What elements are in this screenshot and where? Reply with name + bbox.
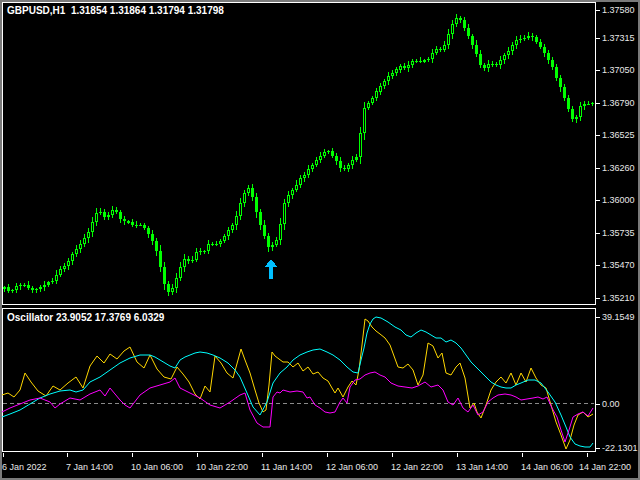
candle-wick xyxy=(4,286,5,292)
candle-body xyxy=(107,215,110,217)
candle-body xyxy=(27,285,30,288)
candle-body xyxy=(535,37,538,41)
candle-body-core xyxy=(408,66,409,68)
candle-body xyxy=(587,104,590,105)
candle-body xyxy=(571,109,574,119)
price-axis-label: 1.36260 xyxy=(602,163,635,173)
candle-body xyxy=(339,161,342,168)
candle-body xyxy=(415,61,418,62)
candle-body-core xyxy=(288,196,289,202)
candle-body xyxy=(423,60,426,61)
candle-body xyxy=(471,36,474,44)
candle-body-core xyxy=(400,67,401,69)
time-axis-label: 7 Jan 14:00 xyxy=(66,462,113,472)
candle-body xyxy=(527,36,530,38)
candle-body xyxy=(7,287,10,290)
candle-body xyxy=(263,225,266,236)
candle-body-core xyxy=(112,211,113,214)
candle-body-core xyxy=(220,242,221,243)
candle-body xyxy=(459,18,462,21)
candle-body-core xyxy=(516,41,517,44)
candle-body-core xyxy=(432,54,433,58)
candle-body-core xyxy=(444,46,445,49)
candle-wick xyxy=(136,221,137,227)
candle-body xyxy=(555,67,558,78)
candle-body xyxy=(439,49,442,50)
candle-body-core xyxy=(292,191,293,194)
candle-wick xyxy=(192,256,193,263)
candle-body-core xyxy=(372,99,373,103)
candle-body xyxy=(3,287,6,288)
candle-body-core xyxy=(384,82,385,85)
candle-body xyxy=(187,259,190,261)
candle-body-core xyxy=(316,161,317,164)
candle-body-core xyxy=(80,245,81,247)
candle-body-core xyxy=(448,35,449,44)
candle-body xyxy=(23,285,26,286)
candle-body-core xyxy=(88,233,89,237)
candle-body xyxy=(547,53,550,60)
price-axis-label: 1.35470 xyxy=(602,260,635,270)
candle-body xyxy=(151,234,154,241)
candle-body-core xyxy=(304,176,305,178)
candle-body-core xyxy=(196,253,197,258)
candle-body-core xyxy=(208,245,209,250)
candle-body-core xyxy=(284,204,285,223)
candle-body-core xyxy=(388,77,389,81)
candle-body xyxy=(203,251,206,252)
time-axis-label: 14 Jan 22:00 xyxy=(579,462,631,472)
time-axis-label: 14 Jan 06:00 xyxy=(521,462,573,472)
candle-wick xyxy=(344,165,345,171)
candle-body-core xyxy=(504,56,505,60)
candle-body xyxy=(271,245,274,247)
candle-body xyxy=(51,281,54,283)
candle-body-core xyxy=(320,157,321,159)
candle-wick xyxy=(36,288,37,293)
candle-body-core xyxy=(348,166,349,168)
candle-body xyxy=(327,151,330,152)
candle-body-core xyxy=(276,241,277,244)
candle-body-core xyxy=(584,105,585,106)
candle-body xyxy=(259,212,262,225)
candle-body-core xyxy=(436,50,437,52)
candle-body-core xyxy=(240,204,241,214)
oscillator-axis-label: -22.1301 xyxy=(602,443,638,453)
candle-body xyxy=(159,251,162,266)
price-axis-label: 1.35735 xyxy=(602,228,635,238)
candle-body xyxy=(123,219,126,221)
candle-body xyxy=(531,36,534,38)
candle-body xyxy=(343,168,346,169)
chart-window: GBPUSD,H1 1.31854 1.31864 1.31794 1.3179… xyxy=(0,0,640,480)
candle-body-core xyxy=(296,186,297,190)
candle-body xyxy=(491,64,494,65)
price-axis-label: 1.36000 xyxy=(602,195,635,205)
candle-body xyxy=(355,157,358,159)
candle-body xyxy=(11,290,14,291)
candle-body-core xyxy=(360,134,361,157)
candle-body-core xyxy=(500,61,501,64)
candle-body-core xyxy=(376,92,377,96)
candle-body xyxy=(47,282,50,284)
candle-body-core xyxy=(92,223,93,231)
candle-body-core xyxy=(508,52,509,54)
candle-body xyxy=(419,61,422,62)
oscillator-title: Oscillator 23.9052 17.3769 6.0329 xyxy=(7,312,165,323)
candle-body-core xyxy=(280,225,281,239)
price-axis-label: 1.36525 xyxy=(602,130,635,140)
candle-body xyxy=(495,64,498,66)
candle-body xyxy=(143,225,146,228)
candle-body-core xyxy=(180,268,181,277)
candle-body xyxy=(475,45,478,55)
candle-wick xyxy=(524,35,525,42)
candle-body-core xyxy=(300,179,301,183)
price-axis-label: 1.36790 xyxy=(602,98,635,108)
candle-body-core xyxy=(308,170,309,174)
candle-body-core xyxy=(228,231,229,235)
candle-body xyxy=(147,228,150,234)
oscillator-axis-label: 39.1549 xyxy=(602,312,635,322)
candle-body-core xyxy=(392,74,393,75)
price-axis-label: 1.35210 xyxy=(602,293,635,303)
price-axis-label: 1.37580 xyxy=(602,5,635,15)
candle-body xyxy=(191,260,194,261)
candle-body-core xyxy=(396,70,397,71)
